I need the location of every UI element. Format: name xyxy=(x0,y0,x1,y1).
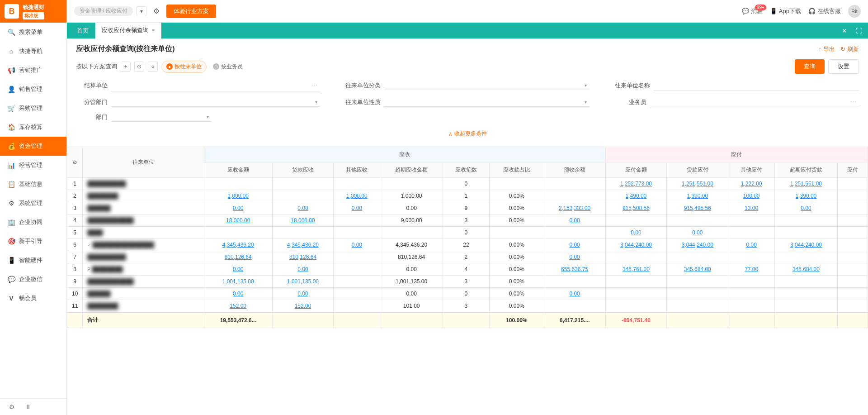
dept-select[interactable]: ▾ xyxy=(111,113,212,122)
col-ar-count: 应收笔数 xyxy=(443,162,490,178)
sidebar-settings-icon[interactable]: ⚙ xyxy=(7,402,16,411)
partner-name-input[interactable] xyxy=(654,80,859,91)
app-download-button[interactable]: 📱 App下载 xyxy=(770,7,801,15)
sidebar-item-inventory[interactable]: 🏠 库存核算 xyxy=(0,118,66,137)
row-ap-overdue: 1,390.00 xyxy=(775,190,838,202)
industry-solution-button[interactable]: 体验行业方案 xyxy=(166,5,216,18)
partner-nature-select[interactable]: ▾ xyxy=(384,98,590,107)
notification-button[interactable]: 💬 消息 99+ xyxy=(742,7,763,15)
row-partner: ████████ xyxy=(83,190,204,202)
field-partner-category: 往来单位分类 ▾ xyxy=(345,81,590,90)
table-scroll[interactable]: ⚙ 往来单位 应收 应付 应收金额 贷款应收 其他应收 超期应收金额 应收笔数 xyxy=(67,147,868,415)
sidebar-item-finance[interactable]: 💰 资金管理 xyxy=(0,137,66,156)
partner-category-select[interactable]: ▾ xyxy=(384,81,590,90)
member-icon: V xyxy=(7,294,15,302)
row-ar-count: 3 xyxy=(443,215,490,227)
salesperson-dots[interactable]: ··· xyxy=(850,98,856,106)
tab-maximize-button[interactable]: ⛶ xyxy=(854,25,864,36)
row-ar-other xyxy=(334,288,380,300)
row-ar-ratio: 0.00% xyxy=(489,190,544,202)
operations-icon: 📊 xyxy=(7,161,15,169)
topbar-left: 资金管理 / 应收应付 ▾ ⚙ 体验行业方案 xyxy=(74,5,216,18)
system-icon: ⚙ xyxy=(7,199,15,207)
sidebar-item-label: 采购管理 xyxy=(19,104,42,112)
col-settings: ⚙ xyxy=(67,147,83,178)
footer-ap-other xyxy=(728,312,775,328)
sidebar-item-system[interactable]: ⚙ 系统管理 xyxy=(0,194,66,213)
settings-gear-button[interactable]: ⚙ xyxy=(150,5,163,18)
table-row: 11 ████████ 152.00 152.00 101.00 3 0.00% xyxy=(67,300,868,313)
row-ar-ratio xyxy=(489,178,544,190)
search-menu-icon: 🔍 xyxy=(7,28,15,36)
online-support-button[interactable]: 🎧 在线客服 xyxy=(808,7,841,15)
edit-scheme-button[interactable]: ⊙ xyxy=(134,62,144,72)
refresh-button[interactable]: ↻ 刷新 xyxy=(840,45,859,53)
field-partner-name: 往来单位名称 xyxy=(615,80,859,91)
sidebar-item-label: 畅会员 xyxy=(19,294,37,302)
footer-ar-loan xyxy=(272,312,334,328)
field-dept: 部门 ▾ xyxy=(76,113,212,122)
footer-ap-amount: -654,751.40 xyxy=(605,312,667,328)
collapse-more-conditions[interactable]: ∧ 收起更多条件 xyxy=(76,126,859,141)
settlement-unit-dots[interactable]: ··· xyxy=(311,81,317,89)
row-ar-loan xyxy=(272,190,334,202)
row-partner: ✓ ████████████████ xyxy=(83,239,204,251)
tab-ar-ap[interactable]: 应收应付余额查询 × xyxy=(95,23,161,39)
row-ap-remain xyxy=(837,300,868,313)
setting-button[interactable]: 设置 xyxy=(828,59,859,74)
breadcrumb-dropdown[interactable]: ▾ xyxy=(137,6,146,16)
sidebar-item-smart-hw[interactable]: 📱 智能硬件 xyxy=(0,251,66,270)
row-ar-count: 3 xyxy=(443,276,490,288)
settlement-unit-input[interactable]: ··· xyxy=(111,79,320,91)
scheme-by-employee[interactable]: ⊙ 按业务员 xyxy=(208,61,247,72)
sidebar-item-purchase[interactable]: 🛒 采购管理 xyxy=(0,99,66,118)
sales-icon: 👤 xyxy=(7,85,15,93)
marketing-icon: 📢 xyxy=(7,66,15,74)
scheme-by-partner[interactable]: ● 按往来单位 xyxy=(161,61,207,73)
sidebar-bottom: ⚙ ⏸ xyxy=(0,398,66,415)
row-ar-prepay: 2,153,333.00 xyxy=(544,202,605,215)
row-num: 4 xyxy=(67,215,83,227)
user-menu[interactable]: Rit xyxy=(848,5,861,18)
row-ap-remain xyxy=(837,276,868,288)
row-ar-ratio: 0.00% xyxy=(489,276,544,288)
sidebar-item-marketing[interactable]: 📢 营销推广 xyxy=(0,61,66,80)
filter-row-3: 部门 ▾ xyxy=(76,113,859,122)
table-row: 7 ██████████ 810,126.64 810,126.64 810,1… xyxy=(67,251,868,263)
add-scheme-button[interactable]: + xyxy=(121,62,131,72)
table-settings-icon[interactable]: ⚙ xyxy=(72,159,77,166)
sidebar-item-guide[interactable]: 🎯 新手引导 xyxy=(0,232,66,251)
breadcrumb: 资金管理 / 应收应付 xyxy=(74,6,133,16)
row-ap-other: 77.00 xyxy=(728,263,775,276)
sidebar-item-search-menu[interactable]: 🔍 搜索菜单 xyxy=(0,23,66,42)
row-ar-loan: 4,345,436.20 xyxy=(272,239,334,251)
partner-name-label: 往来单位名称 xyxy=(615,81,650,90)
export-button[interactable]: ↑ 导出 xyxy=(819,45,835,53)
query-button[interactable]: 查询 xyxy=(795,59,825,74)
collapse-scheme-button[interactable]: « xyxy=(148,62,158,72)
sidebar-item-operations[interactable]: 📊 经营管理 xyxy=(0,156,66,175)
sidebar-item-enterprise[interactable]: 🏢 企业协同 xyxy=(0,213,66,232)
sidebar-item-member[interactable]: V 畅会员 xyxy=(0,289,66,308)
sidebar-item-wechat[interactable]: 💬 企业微信 xyxy=(0,270,66,289)
row-ar-ratio: 0.00% xyxy=(489,215,544,227)
sidebar-item-sales[interactable]: 👤 销售管理 xyxy=(0,80,66,99)
table-row: 4 ████████████ 18,000.00 18,000.00 9,000… xyxy=(67,215,868,227)
row-ar-other: 0.00 xyxy=(334,202,380,215)
table-row: 9 ████████████ 1,001,135.00 1,001,135.00… xyxy=(67,276,868,288)
sidebar-item-label: 新手引导 xyxy=(19,237,42,245)
page-header-actions: ↑ 导出 ↻ 刷新 xyxy=(819,45,859,53)
sidebar-item-label: 营销推广 xyxy=(19,66,42,74)
col-ar-loan: 贷款应收 xyxy=(272,162,334,178)
tab-close-all-button[interactable]: ✕ xyxy=(839,25,850,36)
filter-top: 按以下方案查询 + ⊙ « ● 按往来单位 ⊙ 按业务员 xyxy=(76,59,859,74)
salesperson-input[interactable]: ··· xyxy=(650,96,859,108)
sidebar-collapse-icon[interactable]: ⏸ xyxy=(24,402,33,411)
sidebar-item-basic-info[interactable]: 📋 基础信息 xyxy=(0,175,66,194)
tab-close-icon[interactable]: × xyxy=(151,27,155,33)
sidebar-item-quick-nav[interactable]: ⌂ 快捷导航 xyxy=(0,42,66,61)
page-title: 应收应付余额查询(按往来单位) xyxy=(76,44,175,54)
tab-home[interactable]: 首页 xyxy=(71,23,95,39)
dept-manager-select[interactable]: ▾ xyxy=(111,98,320,107)
wechat-icon: 💬 xyxy=(7,275,15,283)
